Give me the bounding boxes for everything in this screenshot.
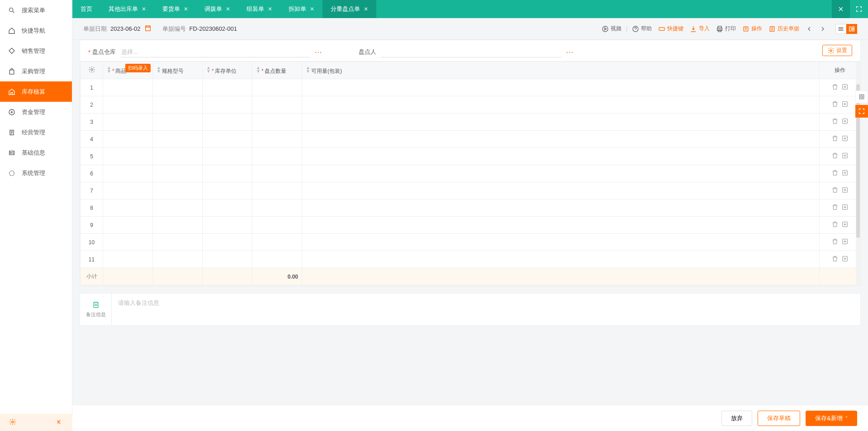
print-tool[interactable]: 打印 [714,25,738,33]
save-draft-button[interactable]: 保存草稿 [758,411,800,426]
table-row[interactable]: 4 [81,131,860,148]
sidebar-item-operations[interactable]: 经营管理 [0,122,72,142]
cell-product[interactable] [103,165,153,182]
add-row-icon[interactable] [841,221,849,229]
cell-spec[interactable] [153,96,203,114]
cell-spec[interactable] [153,251,203,268]
col-gear[interactable] [81,62,103,79]
table-row[interactable]: 9 [81,217,860,234]
delete-row-icon[interactable] [831,221,839,229]
prev-tool[interactable] [804,25,815,33]
table-row[interactable]: 10 [81,234,860,251]
cell-spec[interactable] [153,234,203,251]
tab-home[interactable]: 首页 [72,0,100,18]
add-row-icon[interactable] [841,83,849,92]
add-row-icon[interactable] [841,186,849,195]
delete-row-icon[interactable] [831,135,839,143]
cell-qty[interactable] [252,217,302,234]
delete-row-icon[interactable] [831,186,839,195]
cell-available[interactable] [302,217,820,234]
tab-transfer[interactable]: 调拨单✕ [196,0,238,18]
sort-icon[interactable]: ▲▼ [107,66,111,73]
calendar-icon[interactable] [144,24,152,33]
tab-other-outbound[interactable]: 其他出库单✕ [100,0,154,18]
table-row[interactable]: 6 [81,165,860,182]
more-icon[interactable]: ··· [566,49,574,56]
hotkey-tool[interactable]: 快捷键 [656,25,685,33]
col-unit[interactable]: ▲▼*库存单位 [203,62,252,79]
cell-unit[interactable] [203,148,252,165]
sort-icon[interactable]: ▲▼ [256,66,261,73]
table-row[interactable]: 1 [81,79,860,96]
cell-available[interactable] [302,131,820,148]
close-icon[interactable]: ✕ [226,6,230,12]
close-icon[interactable]: ✕ [184,6,188,12]
add-row-icon[interactable] [841,238,849,246]
video-tool[interactable]: 视频 [600,25,623,33]
delete-row-icon[interactable] [831,238,839,246]
cell-product[interactable] [103,131,153,148]
person-input[interactable] [381,47,562,57]
collapse-icon[interactable] [56,418,63,427]
cell-unit[interactable] [203,165,252,182]
sidebar-item-nav[interactable]: 快捷导航 [0,20,72,41]
cell-unit[interactable] [203,234,252,251]
tab-partial-stocktake[interactable]: 分量盘点单✕ [323,0,376,18]
cell-available[interactable] [302,234,820,251]
add-row-icon[interactable] [841,135,849,143]
table-row[interactable]: 2 [81,96,860,114]
cell-unit[interactable] [203,182,252,199]
cell-qty[interactable] [252,165,302,182]
cell-unit[interactable] [203,251,252,268]
cell-qty[interactable] [252,234,302,251]
edge-tool-1[interactable] [855,90,868,103]
cell-available[interactable] [302,199,820,217]
close-icon[interactable]: ✕ [142,6,146,12]
close-all-button[interactable] [832,0,850,18]
sidebar-item-system[interactable]: 系统管理 [0,163,72,183]
col-spec[interactable]: ▲▼规格型号 [153,62,203,79]
cell-product[interactable] [103,182,153,199]
cell-product[interactable] [103,114,153,131]
cell-available[interactable] [302,79,820,96]
cell-qty[interactable] [252,251,302,268]
cell-spec[interactable] [153,114,203,131]
cell-spec[interactable] [153,182,203,199]
delete-row-icon[interactable] [831,169,839,178]
gear-icon[interactable] [9,418,16,427]
form-view-button[interactable] [846,24,857,34]
settings-button[interactable]: 设置 [822,45,852,56]
cell-available[interactable] [302,148,820,165]
cell-unit[interactable] [203,131,252,148]
col-available[interactable]: ▲▼可用量(包装) [302,62,820,79]
cell-spec[interactable] [153,131,203,148]
import-tool[interactable]: 导入 [688,25,711,33]
cell-unit[interactable] [203,217,252,234]
edge-tool-2[interactable] [855,105,868,118]
next-tool[interactable] [817,25,828,33]
discard-button[interactable]: 放弃 [721,411,752,426]
operate-tool[interactable]: 操作 [740,25,764,33]
help-tool[interactable]: 帮助 [630,25,654,33]
sidebar-item-basicinfo[interactable]: 基础信息 [0,142,72,163]
table-row[interactable]: 3 [81,114,860,131]
cell-spec[interactable] [153,165,203,182]
delete-row-icon[interactable] [831,152,839,161]
add-row-icon[interactable] [841,100,849,109]
cell-product[interactable] [103,79,153,96]
cell-available[interactable] [302,114,820,131]
cell-qty[interactable] [252,131,302,148]
close-icon[interactable]: ✕ [364,6,368,12]
sidebar-item-search[interactable]: 搜索菜单 [0,0,72,20]
notes-input[interactable] [112,294,860,325]
delete-row-icon[interactable] [831,100,839,109]
cell-product[interactable] [103,217,153,234]
delete-row-icon[interactable] [831,204,839,212]
cell-unit[interactable] [203,79,252,96]
history-tool[interactable]: 历史单据 [767,25,801,33]
sidebar-item-purchase[interactable]: 采购管理 [0,61,72,81]
sidebar-item-funds[interactable]: 资金管理 [0,102,72,122]
cell-available[interactable] [302,96,820,114]
cell-product[interactable] [103,96,153,114]
cell-qty[interactable] [252,182,302,199]
